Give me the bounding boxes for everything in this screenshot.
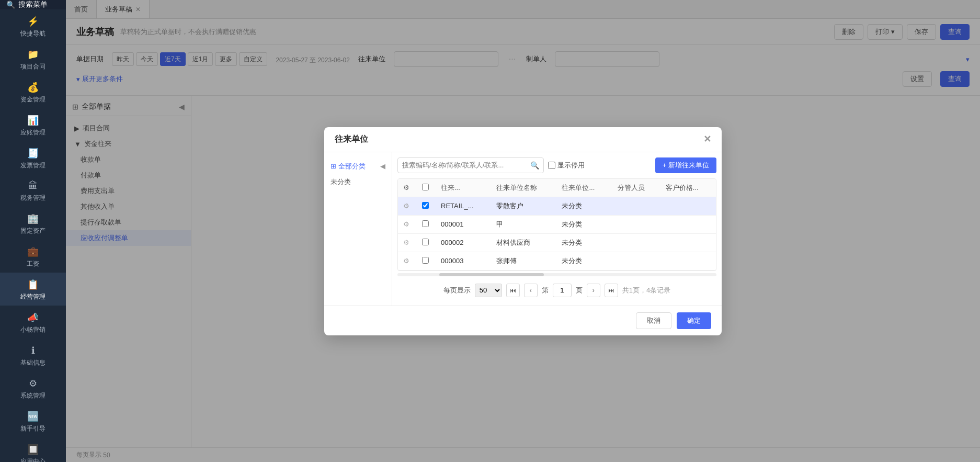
- prev-page-button[interactable]: ‹: [524, 284, 538, 297]
- modal-footer: 取消 确定: [324, 306, 722, 335]
- modal-tree-all-label: 全部分类: [338, 162, 366, 171]
- sidebar-item-label: 小畅营销: [20, 325, 45, 334]
- modal-close-button[interactable]: ✕: [703, 134, 711, 144]
- table-row[interactable]: ⚙ RETAIL_... 零散客户 未分类: [398, 197, 716, 215]
- sidebar-item-account[interactable]: 📊 应账管理: [0, 108, 66, 141]
- row-manager-cell: [612, 197, 660, 215]
- sidebar-item-label: 新手引导: [20, 424, 45, 433]
- sidebar-item-project[interactable]: 📁 项目合同: [0, 42, 66, 75]
- sidebar-item-salary[interactable]: 💼 工资: [0, 240, 66, 273]
- modal-data-table: ⚙ 往来... 往来单位名称 往来单位... 分管人员 客户价格...: [397, 178, 716, 271]
- search-icon[interactable]: 🔍: [530, 161, 539, 170]
- modal-search-box[interactable]: 🔍: [397, 157, 544, 173]
- row-check-cell[interactable]: [417, 252, 436, 270]
- row-category-cell: 未分类: [556, 197, 612, 215]
- table-row[interactable]: ⚙ 000002 材料供应商 未分类: [398, 233, 716, 252]
- modal-search-input[interactable]: [402, 161, 528, 169]
- sidebar-item-label: 发票管理: [20, 161, 45, 170]
- row-check-cell[interactable]: [417, 215, 436, 233]
- row-checkbox[interactable]: [422, 202, 429, 209]
- horizontal-scrollbar[interactable]: [397, 273, 716, 276]
- last-page-button[interactable]: ⏭: [605, 284, 618, 297]
- modal-toolbar: 🔍 显示停用 + 新增往来单位: [397, 157, 716, 173]
- sidebar-item-guide[interactable]: 🆕 新手引导: [0, 404, 66, 437]
- apps-icon: 🔲: [27, 444, 39, 455]
- sidebar-item-label: 税务管理: [20, 194, 45, 202]
- partner-modal: 往来单位 ✕ ⊞ 全部分类 ◀ 未分类: [324, 127, 722, 335]
- row-category-cell: 未分类: [556, 215, 612, 233]
- sidebar-item-quick-nav[interactable]: ⚡ 快捷导航: [0, 9, 66, 42]
- sidebar-item-label: 快捷导航: [20, 29, 45, 38]
- marketing-icon: 📣: [27, 312, 39, 323]
- basic-info-icon: ℹ: [31, 345, 35, 356]
- modal-overlay: 往来单位 ✕ ⊞ 全部分类 ◀ 未分类: [66, 0, 980, 462]
- sidebar-item-apps[interactable]: 🔲 应用中心: [0, 437, 66, 462]
- row-name-cell: 材料供应商: [491, 233, 557, 252]
- per-page-select[interactable]: 50 100 200: [475, 284, 502, 297]
- sidebar-item-label: 固定资产: [20, 227, 45, 235]
- row-code-cell: 000003: [436, 252, 491, 270]
- row-icon-cell: ⚙: [398, 215, 417, 233]
- sidebar-item-label: 项目合同: [20, 62, 45, 71]
- select-all-checkbox[interactable]: [422, 184, 429, 190]
- modal-tree-all[interactable]: ⊞ 全部分类 ◀: [324, 159, 392, 174]
- hash-icon: ⊞: [331, 162, 336, 170]
- sidebar-item-label: 系统管理: [20, 391, 45, 400]
- col-header-manager: 分管人员: [612, 179, 660, 197]
- guide-icon: 🆕: [27, 411, 39, 422]
- row-manager-cell: [612, 233, 660, 252]
- sidebar-item-finance[interactable]: 💰 资金管理: [0, 75, 66, 108]
- search-icon: 🔍: [6, 1, 15, 9]
- next-page-button[interactable]: ›: [587, 284, 600, 297]
- sidebar: 🔍 搜索菜单 ⚡ 快捷导航 📁 项目合同 💰 资金管理 📊 应账管理 🧾 发票管…: [0, 0, 66, 462]
- row-category-cell: 未分类: [556, 233, 612, 252]
- row-price-cell: [660, 197, 716, 215]
- per-page-label: 每页显示: [443, 286, 471, 295]
- table-row[interactable]: ⚙ 000001 甲 未分类: [398, 215, 716, 233]
- confirm-button[interactable]: 确定: [677, 312, 711, 329]
- sidebar-item-marketing[interactable]: 📣 小畅营销: [0, 306, 66, 339]
- col-header-icon: ⚙: [398, 179, 417, 197]
- show-disabled-label: 显示停用: [557, 161, 585, 170]
- row-price-cell: [660, 252, 716, 270]
- row-code-cell: 000002: [436, 233, 491, 252]
- add-partner-button[interactable]: + 新增往来单位: [655, 157, 716, 173]
- sidebar-item-invoice[interactable]: 🧾 发票管理: [0, 141, 66, 174]
- cancel-button[interactable]: 取消: [636, 312, 671, 329]
- col-header-category: 往来单位...: [556, 179, 612, 197]
- project-icon: 📁: [27, 49, 39, 60]
- sidebar-item-tax[interactable]: 🏛 税务管理: [0, 174, 66, 207]
- total-info: 共1页，4条记录: [622, 286, 670, 295]
- page-number-input[interactable]: [553, 284, 572, 297]
- sidebar-header[interactable]: 🔍 搜索菜单: [0, 0, 66, 9]
- row-icon-cell: ⚙: [398, 197, 417, 215]
- modal-right-content: 🔍 显示停用 + 新增往来单位 ⚙: [392, 152, 722, 306]
- row-category-cell: 未分类: [556, 252, 612, 270]
- row-checkbox[interactable]: [422, 239, 429, 245]
- modal-tree-unclassified[interactable]: 未分类: [324, 174, 392, 190]
- table-row[interactable]: ⚙ 000003 张师傅 未分类: [398, 252, 716, 270]
- sidebar-item-ops[interactable]: 📋 经营管理: [0, 273, 66, 306]
- sidebar-item-basic-info[interactable]: ℹ 基础信息: [0, 339, 66, 371]
- col-header-price: 客户价格...: [660, 179, 716, 197]
- salary-icon: 💼: [27, 246, 39, 257]
- col-header-code: 往来...: [436, 179, 491, 197]
- system-icon: ⚙: [29, 378, 37, 389]
- first-page-button[interactable]: ⏮: [506, 284, 520, 297]
- row-code-cell: 000001: [436, 215, 491, 233]
- col-header-check: [417, 179, 436, 197]
- row-checkbox[interactable]: [422, 220, 429, 227]
- row-manager-cell: [612, 215, 660, 233]
- row-check-cell[interactable]: [417, 233, 436, 252]
- page-unit: 页: [576, 286, 583, 295]
- row-name-cell: 张师傅: [491, 252, 557, 270]
- row-check-cell[interactable]: [417, 197, 436, 215]
- scrollbar-thumb[interactable]: [439, 273, 544, 276]
- sidebar-item-label: 经营管理: [20, 292, 45, 301]
- modal-tree-collapse-icon[interactable]: ◀: [380, 162, 385, 170]
- row-code-cell: RETAIL_...: [436, 197, 491, 215]
- sidebar-item-system[interactable]: ⚙ 系统管理: [0, 371, 66, 404]
- show-disabled-checkbox[interactable]: [548, 162, 555, 169]
- sidebar-item-assets[interactable]: 🏢 固定资产: [0, 207, 66, 240]
- row-checkbox[interactable]: [422, 257, 429, 264]
